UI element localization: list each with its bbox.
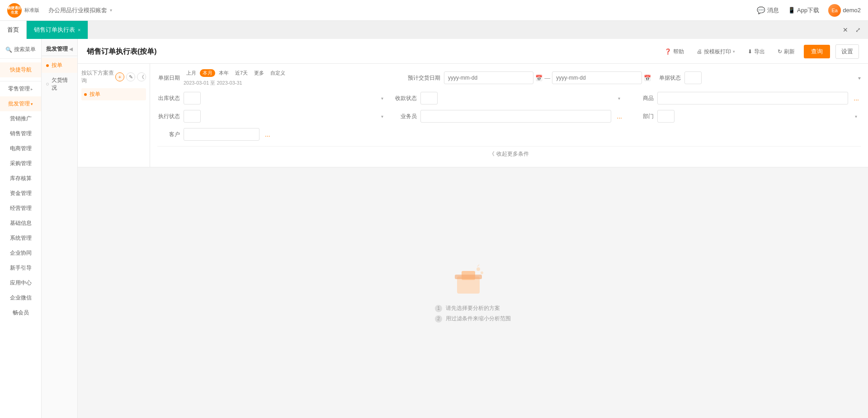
sidebar-item-quick-nav[interactable]: 快捷导航 xyxy=(0,62,41,77)
filter-row-2: 出库状态 收款状态 xyxy=(157,92,861,104)
hint-number-2: 2 xyxy=(435,315,442,323)
date-separator: — xyxy=(544,75,550,81)
expected-date-end[interactable] xyxy=(552,71,642,84)
app-download-button[interactable]: 📱 App下载 xyxy=(788,6,819,14)
customer-input[interactable] xyxy=(184,128,259,141)
date-range-input: 📅 — 📅 xyxy=(444,71,651,84)
filter-fields-area: 单据日期 上月 本月 本年 近7天 更多 自定义 2023-03-01 至 20… xyxy=(150,64,868,167)
date-label: 单据日期 xyxy=(157,74,180,82)
tab-expand-button[interactable]: ⤢ xyxy=(854,25,863,34)
sidebar-item-newbie[interactable]: 新手引导 xyxy=(0,261,41,276)
help-icon: ❓ xyxy=(665,48,671,55)
customer-more-button[interactable]: ... xyxy=(263,131,272,138)
main-layout: 🔍 搜索菜单 快捷导航 零售管理 ▸ 批发管理 ▾ 营销推广 销售管理 电商管理… xyxy=(0,39,868,418)
sidebar-item-vip[interactable]: 畅会员 xyxy=(0,305,41,320)
date-tab-custom[interactable]: 自定义 xyxy=(268,69,288,77)
sub-sidebar-item-arrears[interactable]: 欠货情况 xyxy=(42,73,77,95)
out-status-select[interactable] xyxy=(184,92,201,104)
sidebar-item-retail[interactable]: 零售管理 ▸ xyxy=(0,81,41,96)
collapse-bar[interactable]: 《 收起更多条件 xyxy=(157,146,861,162)
scheme-item-order[interactable]: 按单 xyxy=(81,88,146,100)
collapse-scheme-button[interactable]: 《 xyxy=(137,72,146,81)
sidebar-item-enterprise[interactable]: 企业协同 xyxy=(0,246,41,261)
sub-sidebar-item-order[interactable]: 按单 xyxy=(42,58,77,73)
sidebar-item-marketing[interactable]: 营销推广 xyxy=(0,111,41,126)
sidebar-item-finance[interactable]: 资金管理 xyxy=(0,186,41,201)
tab-close-all-button[interactable]: ✕ xyxy=(841,25,850,34)
salesperson-field: 业务员 ... xyxy=(394,110,624,123)
collection-status-select[interactable] xyxy=(420,92,438,104)
chevron-right-icon: ▸ xyxy=(31,87,33,91)
sub-sidebar-collapse-button[interactable]: ◀ xyxy=(69,47,73,52)
sidebar-item-ecommerce[interactable]: 电商管理 xyxy=(0,141,41,156)
refresh-button[interactable]: ↻ 刷新 xyxy=(774,46,798,57)
date-tabs: 上月 本月 本年 近7天 更多 自定义 xyxy=(184,69,401,77)
tab-close-button[interactable]: × xyxy=(78,27,80,33)
goods-input[interactable] xyxy=(657,92,848,104)
date-tab-this-year[interactable]: 本年 xyxy=(216,69,231,77)
logo-icon: 畅捷通好生意 xyxy=(7,3,22,18)
svg-point-4 xyxy=(481,271,483,274)
empty-state: 1 请先选择要分析的方案 2 用过滤条件来缩小分析范围 xyxy=(78,167,868,418)
breadcrumb[interactable]: 办公用品行业模拟账套 ▾ xyxy=(48,6,112,14)
empty-illustration xyxy=(450,263,495,299)
sidebar-search-area: 🔍 搜索菜单 xyxy=(0,39,41,59)
query-button[interactable]: 查询 xyxy=(804,45,830,58)
salesperson-more-button[interactable]: ... xyxy=(615,113,624,120)
tab-home[interactable]: 首页 xyxy=(0,21,27,39)
order-status-select[interactable] xyxy=(684,71,702,84)
department-select[interactable] xyxy=(657,110,675,123)
tab-sales-order[interactable]: 销售订单执行表 × xyxy=(27,21,88,39)
sidebar: 🔍 搜索菜单 快捷导航 零售管理 ▸ 批发管理 ▾ 营销推广 销售管理 电商管理… xyxy=(0,39,42,418)
expected-date-start[interactable] xyxy=(444,71,533,84)
order-status-field: 单据状态 ▾ xyxy=(658,71,861,84)
date-tab-last-month[interactable]: 上月 xyxy=(184,69,199,77)
sidebar-item-sales[interactable]: 销售管理 xyxy=(0,126,41,141)
goods-more-button[interactable]: ... xyxy=(852,95,861,102)
chevron-down-icon: ▾ xyxy=(31,102,33,106)
print-button[interactable]: 🖨 按模板打印 ▾ xyxy=(693,46,739,57)
sidebar-item-wholesale[interactable]: 批发管理 ▾ xyxy=(0,96,41,111)
sidebar-item-basic[interactable]: 基础信息 xyxy=(0,216,41,231)
message-icon: 💬 xyxy=(757,6,765,14)
active-dot-icon xyxy=(46,64,49,67)
sidebar-item-operation[interactable]: 经营管理 xyxy=(0,201,41,216)
print-arrow-icon: ▾ xyxy=(733,49,735,54)
expected-date-field: 预计交货日期 📅 — 📅 xyxy=(408,71,651,84)
add-scheme-button[interactable]: + xyxy=(115,72,124,81)
department-label: 部门 xyxy=(631,113,654,120)
message-button[interactable]: 💬 消息 xyxy=(757,6,779,14)
sidebar-item-appstore[interactable]: 应用中心 xyxy=(0,276,41,290)
tab-home-label: 首页 xyxy=(7,26,19,34)
page-title: 销售订单执行表(按单) xyxy=(87,47,157,57)
empty-hint-1: 1 请先选择要分析的方案 xyxy=(435,304,511,312)
empty-hint-2: 2 用过滤条件来缩小分析范围 xyxy=(435,315,511,323)
edit-scheme-button[interactable]: ✎ xyxy=(126,72,135,81)
sidebar-item-inventory[interactable]: 库存核算 xyxy=(0,171,41,186)
execute-status-select[interactable] xyxy=(184,110,201,123)
sidebar-item-system[interactable]: 系统管理 xyxy=(0,231,41,246)
tab-bar: 首页 销售订单执行表 × ✕ ⤢ xyxy=(0,21,868,39)
page-header-actions: ❓ 帮助 🖨 按模板打印 ▾ ⬇ 导出 ↻ 刷新 查询 设置 xyxy=(661,44,859,59)
calendar-end-icon[interactable]: 📅 xyxy=(644,75,651,81)
date-tab-7days[interactable]: 近7天 xyxy=(232,69,250,77)
salesperson-label: 业务员 xyxy=(394,113,417,120)
sidebar-item-purchase[interactable]: 采购管理 xyxy=(0,156,41,171)
sidebar-item-wechat[interactable]: 企业微信 xyxy=(0,290,41,305)
calendar-start-icon[interactable]: 📅 xyxy=(535,75,542,81)
svg-rect-2 xyxy=(455,275,482,279)
salesperson-input[interactable] xyxy=(420,110,611,123)
settings-button[interactable]: 设置 xyxy=(835,44,859,59)
user-menu[interactable]: Ea demo2 xyxy=(828,4,861,17)
date-tab-this-month[interactable]: 本月 xyxy=(200,69,215,77)
help-button[interactable]: ❓ 帮助 xyxy=(661,46,688,57)
expected-date-label: 预计交货日期 xyxy=(408,74,440,82)
logo-area: 畅捷通好生意 标准版 xyxy=(7,3,39,18)
department-field: 部门 xyxy=(631,110,861,123)
search-menu-button[interactable]: 🔍 搜索菜单 xyxy=(4,43,38,56)
tab-sales-order-label: 销售订单执行表 xyxy=(34,26,75,34)
date-tab-more[interactable]: 更多 xyxy=(251,69,267,77)
export-button[interactable]: ⬇ 导出 xyxy=(744,46,769,57)
filter-scheme-actions: + ✎ 《 xyxy=(115,72,146,81)
execute-status-label: 执行状态 xyxy=(157,113,180,120)
